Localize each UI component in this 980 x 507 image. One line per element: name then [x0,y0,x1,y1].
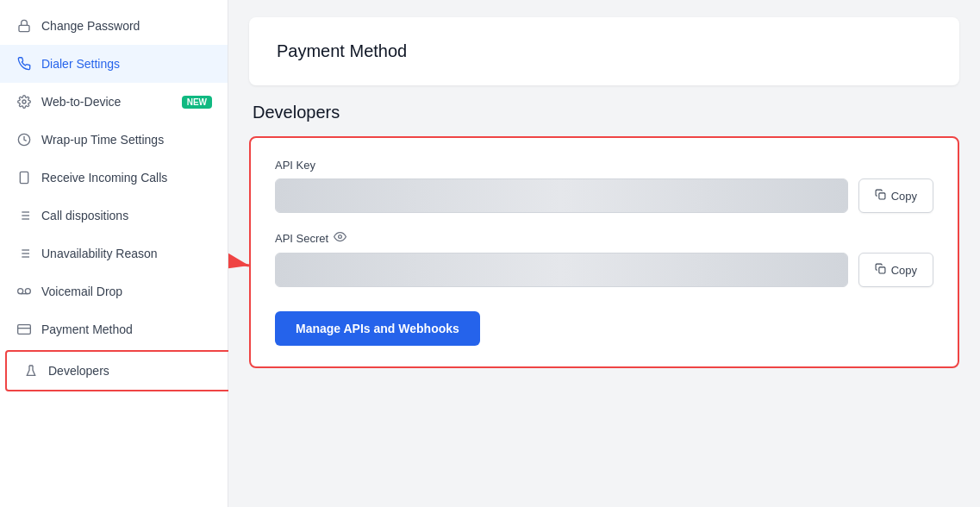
api-secret-copy-button[interactable]: Copy [858,253,933,287]
eye-icon[interactable] [334,230,346,246]
svg-rect-20 [18,325,31,335]
copy-icon [875,189,886,203]
svg-point-1 [22,100,26,103]
api-key-copy-button[interactable]: Copy [858,178,933,213]
flask-icon [22,364,40,378]
developers-section: Developers API Key [249,103,959,368]
svg-point-18 [25,289,30,294]
list-icon [16,209,33,222]
sidebar-item-unavailability[interactable]: Unavailability Reason [0,235,228,272]
sidebar: Change Password Dialer Settings Web-to-D… [0,0,228,507]
svg-rect-23 [879,193,885,199]
sidebar-item-payment-method[interactable]: Payment Method [0,310,228,348]
sidebar-item-change-password[interactable]: Change Password [0,7,228,45]
gear-icon [16,95,33,109]
sidebar-item-voicemail-label: Voicemail Drop [41,285,212,298]
manage-apis-button[interactable]: Manage APIs and Webhooks [275,311,480,346]
sidebar-item-web-to-device[interactable]: Web-to-Device NEW [0,83,228,121]
sidebar-item-dialer-settings[interactable]: Dialer Settings [0,45,228,83]
main-content: Payment Method Developers API Key [228,0,980,507]
svg-rect-25 [879,267,885,273]
sidebar-item-wrap-up-label: Wrap-up Time Settings [41,133,212,147]
svg-rect-3 [20,172,28,183]
sidebar-item-developers-label: Developers [48,364,215,378]
api-secret-row: Copy [275,253,933,287]
sidebar-item-payment-label: Payment Method [41,322,212,336]
svg-point-17 [18,289,23,294]
lock-icon [16,19,33,33]
sidebar-item-developers[interactable]: Developers [5,350,233,391]
api-secret-input [275,253,848,287]
sidebar-item-receive-incoming-label: Receive Incoming Calls [41,171,212,185]
sidebar-item-unavailability-label: Unavailability Reason [41,247,212,260]
clock-icon [16,133,33,147]
developers-inner-card: API Key Copy [249,136,959,368]
unavailability-icon [16,247,33,260]
api-secret-section: API Secret Copy [275,230,933,287]
web-to-device-badge: NEW [182,96,212,109]
copy-icon-2 [875,263,886,277]
api-key-input [275,178,848,213]
sidebar-item-web-to-device-label: Web-to-Device [41,95,173,109]
phone-icon [16,57,33,71]
voicemail-icon [16,285,33,298]
sidebar-item-dialer-settings-label: Dialer Settings [41,57,212,71]
api-key-row: Copy [275,178,933,213]
mobile-icon [16,171,33,185]
svg-point-24 [339,235,342,239]
sidebar-item-change-password-label: Change Password [41,19,212,33]
api-key-section: API Key Copy [275,159,933,213]
credit-card-icon [16,322,33,336]
payment-method-card: Payment Method [249,17,959,85]
sidebar-item-call-dispositions-label: Call dispositions [41,209,212,222]
api-secret-copy-label: Copy [891,264,917,277]
sidebar-item-receive-incoming[interactable]: Receive Incoming Calls [0,159,228,197]
api-key-copy-label: Copy [891,190,917,203]
sidebar-item-wrap-up-time[interactable]: Wrap-up Time Settings [0,121,228,159]
svg-rect-0 [19,25,29,31]
sidebar-item-call-dispositions[interactable]: Call dispositions [0,197,228,235]
payment-method-title: Payment Method [277,41,932,61]
developers-section-title: Developers [249,103,959,122]
sidebar-item-voicemail-drop[interactable]: Voicemail Drop [0,272,228,310]
api-key-label: API Key [275,159,933,172]
api-secret-label: API Secret [275,230,933,246]
